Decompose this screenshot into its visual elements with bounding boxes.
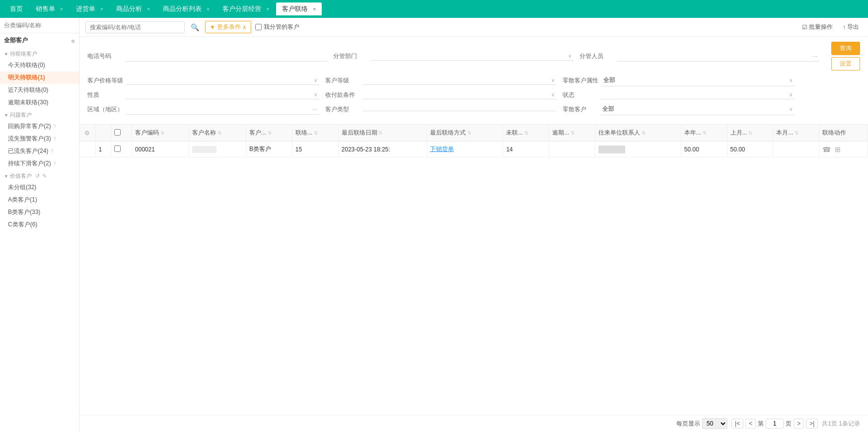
sidebar-item-c-class[interactable]: C类客户(6) [0, 218, 79, 231]
nav-customer-layering[interactable]: 客户分层经营 × [217, 2, 275, 15]
value-group-refresh[interactable]: ↺ [35, 173, 40, 179]
sidebar-all-customers[interactable]: 全部客户 « [0, 33, 79, 48]
sidebar-item-churned[interactable]: 已流失客户(24) ? [0, 145, 79, 157]
nav-sales-close[interactable]: × [60, 6, 63, 12]
nav-product-analysis[interactable]: 商品分析 × [110, 2, 156, 15]
row-checkbox[interactable] [114, 145, 121, 152]
setting-button[interactable]: 设置 [831, 57, 860, 71]
value-group-edit[interactable]: ✎ [42, 173, 47, 179]
advanced-filter-panel: 电话号码 分管部门 ∨ 分管人员 ··· [79, 37, 868, 125]
nav-customer-contact[interactable]: 客户联络 × [276, 2, 322, 15]
filter-retail-attr-arrow: ∨ [789, 77, 793, 83]
filter-customer-type-select[interactable] [363, 108, 557, 111]
filter-search-button[interactable]: 🔍 [189, 22, 201, 32]
filter-manager-select[interactable]: ··· [617, 51, 819, 62]
filter-retail-attr: 零散客户属性 全部 ∨ [563, 74, 795, 86]
filter-region-select[interactable]: ··· [126, 104, 319, 115]
total-records: 共1页 1条记录 [822, 420, 860, 428]
td-last-contact-date: 2023-05-23 18:25: [338, 142, 427, 157]
filter-retail-attr-select[interactable]: 全部 ∨ [601, 74, 795, 86]
sidebar-item-overdue[interactable]: 逾期未联络(30) [0, 96, 79, 109]
td-checkbox[interactable] [111, 142, 132, 157]
nav-product-close[interactable]: × [147, 6, 150, 12]
sidebar-item-7days[interactable]: 近7天待联络(0) [0, 84, 79, 96]
th-name[interactable]: 客户名称 [189, 125, 246, 142]
th-gear[interactable]: ⚙ [79, 125, 95, 142]
filter-bar: 🔍 ▼ 更多条件 ∧ 我分管的客户 ☑ 批量操作 ↑ 导出 [79, 18, 868, 37]
sidebar-item-ungrouped[interactable]: 未分组(32) [0, 181, 79, 194]
phone-icon[interactable]: ☎ [822, 145, 831, 153]
filter-retail-customer-label: 零散客户 [563, 105, 597, 114]
th-contacts[interactable]: 联络... [292, 125, 338, 142]
nav-product-list[interactable]: 商品分析列表 × [157, 2, 216, 15]
sidebar-item-b-class[interactable]: B类客户(33) [0, 206, 79, 218]
filter-retail-customer-select[interactable]: 全部 ∨ [600, 103, 795, 115]
td-name: Ea [189, 142, 246, 157]
sidebar-item-today[interactable]: 今天待联络(0) [0, 59, 79, 72]
filter-status-select[interactable]: ∨ [600, 90, 795, 99]
filter-nature-select[interactable]: ∨ [125, 90, 319, 99]
export-button[interactable]: ↑ 导出 [840, 21, 862, 33]
my-customers-check[interactable] [255, 24, 262, 30]
nav-sales[interactable]: 销售单 × [30, 2, 69, 15]
sidebar-item-overdue-label: 逾期未联络(30) [8, 98, 48, 107]
filter-status-arrow: ∨ [789, 92, 793, 97]
filter-search-input[interactable] [85, 21, 185, 33]
grid-icon[interactable]: ⊞ [835, 145, 841, 153]
nav-product-list-close[interactable]: × [207, 6, 210, 12]
th-last-contact-method[interactable]: 最后联络方式 [427, 125, 503, 142]
th-this-month[interactable]: 本月... [773, 125, 819, 142]
filter-payment-select[interactable]: ∨ [363, 90, 557, 99]
prev-page-button[interactable]: < [745, 419, 756, 429]
select-all-checkbox[interactable] [114, 129, 121, 136]
filter-phone-input[interactable] [125, 51, 327, 62]
query-button[interactable]: 查询 [831, 42, 860, 55]
filter-price-level-label: 客户价格等级 [87, 76, 123, 85]
sidebar-item-declining[interactable]: 持续下滑客户(2) ? [0, 157, 79, 170]
last-page-button[interactable]: >| [806, 419, 818, 429]
help-icon-churn-warning[interactable]: ? [53, 136, 56, 142]
th-type[interactable]: 客户... [246, 125, 292, 142]
help-icon-abnormal[interactable]: ? [53, 124, 56, 130]
next-page-button[interactable]: > [794, 419, 804, 429]
filter-customer-level-select[interactable]: ∨ [363, 76, 557, 85]
nav-layering-close[interactable]: × [266, 6, 269, 12]
per-page-select[interactable]: 50 100 200 [702, 418, 727, 429]
filter-icon: ▼ [210, 24, 216, 31]
filter-manager-ellipsis[interactable]: ··· [812, 53, 817, 60]
sidebar-collapse-icon[interactable]: « [71, 37, 75, 45]
th-last-month[interactable]: 上月... [727, 125, 773, 142]
th-overdue[interactable]: 逾期... [549, 125, 595, 142]
help-icon-declining[interactable]: ? [53, 161, 56, 167]
th-index [95, 125, 111, 142]
page-number-input[interactable] [766, 419, 784, 429]
sidebar-item-abnormal[interactable]: 回购异常客户(2) ? [0, 120, 79, 133]
th-this-year[interactable]: 本年... [681, 125, 727, 142]
filter-price-level-select[interactable]: ∨ [126, 76, 319, 85]
sidebar-search-input[interactable] [4, 22, 78, 29]
help-icon-churned[interactable]: ? [50, 148, 53, 154]
more-conditions-btn[interactable]: ▼ 更多条件 ∧ [205, 21, 251, 33]
sidebar-item-churn-warning[interactable]: 流失预警客户(3) ? [0, 133, 79, 145]
nav-home[interactable]: 首页 [4, 2, 29, 15]
nav-contact-close[interactable]: × [313, 6, 316, 12]
nav-purchase[interactable]: 进货单 × [70, 2, 109, 15]
my-customers-checkbox[interactable]: 我分管的客户 [255, 23, 299, 31]
first-page-button[interactable]: |< [731, 419, 743, 429]
sidebar-item-a-class-label: A类客户(1) [8, 196, 37, 204]
filter-region-ellipsis[interactable]: ··· [312, 106, 317, 113]
td-last-contact-method[interactable]: 下销货单 [427, 142, 503, 157]
page-size-selector: 每页显示 50 100 200 [676, 418, 727, 429]
sidebar-item-a-class[interactable]: A类客户(1) [0, 194, 79, 206]
nav-purchase-close[interactable]: × [100, 6, 103, 12]
th-last-contact-date[interactable]: 最后联络日期 [338, 125, 427, 142]
sidebar-item-abnormal-label: 回购异常客户(2) [8, 122, 51, 131]
filter-price-level-arrow: ∨ [314, 77, 317, 83]
batch-op-button[interactable]: ☑ 批量操作 [799, 21, 836, 33]
filter-retail-customer-value: 全部 [602, 105, 614, 113]
th-code[interactable]: 客户编码 [132, 125, 189, 142]
th-no-contact[interactable]: 未联... [503, 125, 549, 142]
filter-dept-select[interactable]: ∨ [371, 52, 573, 61]
sidebar-item-tomorrow[interactable]: 明天待联络(1) [0, 72, 79, 84]
th-unit-contact[interactable]: 往来单位联系人 [595, 125, 681, 142]
